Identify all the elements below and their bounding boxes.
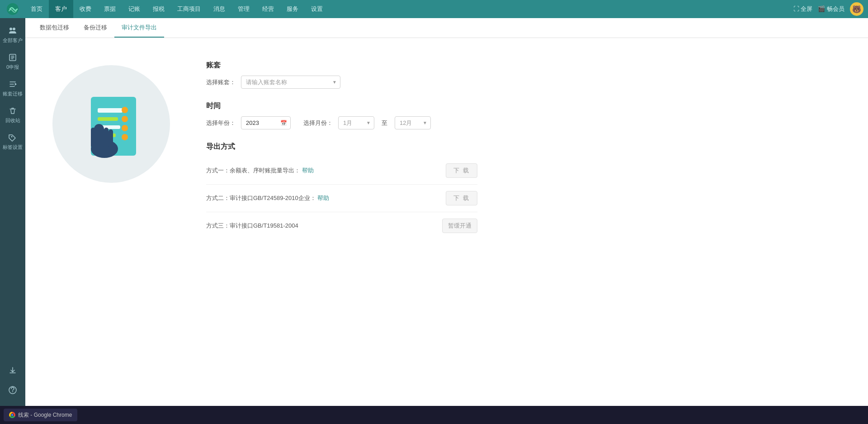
taskbar-chrome-label: 线索 - Google Chrome (18, 411, 72, 419)
avatar[interactable]: 🐻 (850, 2, 863, 16)
tab-backup-migrate[interactable]: 备份迁移 (76, 18, 114, 38)
nav-settings[interactable]: 设置 (305, 0, 329, 18)
nav-message[interactable]: 消息 (207, 0, 231, 18)
sidebar-download-icon[interactable] (5, 363, 20, 379)
sidebar-label-all-customers: 全部客户 (3, 37, 23, 44)
form-area: 账套 选择账套： 请输入账套名称 ▼ 时间 (206, 56, 477, 239)
top-nav-right: ⛶ 全屏 🎬 畅会员 🐻 (793, 2, 863, 16)
export-title: 导出方式 (206, 142, 477, 152)
svg-rect-14 (94, 124, 104, 151)
nav-service[interactable]: 服务 (280, 0, 305, 18)
export-method-1: 方式一：余额表、序时账批量导出： 帮助 下 载 (206, 157, 477, 185)
account-section: 账套 选择账套： 请输入账套名称 ▼ (206, 61, 477, 89)
method-2-description: 方式二：审计接口GB/T24589-2010企业： (206, 195, 316, 201)
tab-audit-export[interactable]: 审计文件导出 (114, 18, 164, 38)
taskbar: 线索 - Google Chrome (0, 406, 868, 424)
nav-tax[interactable]: 报税 (146, 0, 171, 18)
svg-rect-15 (91, 128, 95, 148)
illustration-area (52, 56, 170, 183)
chrome-icon (9, 412, 15, 418)
tab-data-migrate[interactable]: 数据包迁移 (33, 18, 76, 38)
end-month-select[interactable]: 1月2月3月4月 5月6月7月8月 9月10月11月12月 (395, 116, 431, 129)
time-section: 时间 选择年份： 📅 选择月份： 1月2月3月4月 5月6月7月8月 (206, 101, 477, 129)
sidebar-item-all-customers[interactable]: 全部客户 (0, 22, 25, 48)
account-select-label: 选择账套： (206, 78, 236, 86)
svg-point-2 (11, 136, 13, 138)
main-layout: 全部客户 0申报 账套迁移 回收站 (0, 18, 868, 406)
method-1-text: 方式一：余额表、序时账批量导出： 帮助 (206, 167, 314, 175)
taskbar-chrome[interactable]: 线索 - Google Chrome (4, 409, 77, 421)
start-month-select[interactable]: 1月2月3月4月 5月6月7月8月 9月10月11月12月 (338, 116, 374, 129)
sidebar-bottom (5, 363, 20, 406)
nav-customer[interactable]: 客户 (49, 0, 73, 18)
sidebar-help-icon[interactable] (5, 383, 20, 399)
sidebar-item-recycle[interactable]: 回收站 (0, 102, 25, 129)
method-3-coming-soon-button: 暂缓开通 (442, 219, 477, 233)
svg-point-10 (122, 116, 128, 122)
year-input[interactable] (241, 116, 291, 129)
logo (5, 1, 21, 17)
nav-operation[interactable]: 经营 (256, 0, 280, 18)
method-2-help[interactable]: 帮助 (317, 195, 329, 201)
nav-invoice[interactable]: 票据 (98, 0, 122, 18)
svg-point-11 (122, 125, 128, 131)
export-section: 导出方式 方式一：余额表、序时账批量导出： 帮助 下 载 方式二：审计接口GB/… (206, 142, 477, 239)
time-title: 时间 (206, 101, 477, 111)
nav-bookkeeping[interactable]: 记账 (122, 0, 146, 18)
content-area: 数据包迁移 备份迁移 审计文件导出 (25, 18, 868, 406)
end-month-wrapper: 1月2月3月4月 5月6月7月8月 9月10月11月12月 ▼ (395, 116, 431, 129)
sidebar-item-tag-settings[interactable]: 标签设置 (0, 129, 25, 155)
year-label: 选择年份： (206, 119, 236, 127)
method-1-help[interactable]: 帮助 (302, 167, 314, 174)
method-2-text: 方式二：审计接口GB/T24589-2010企业： 帮助 (206, 194, 329, 202)
method-1-description: 方式一：余额表、序时账批量导出： (206, 167, 300, 174)
sidebar-item-zero-report[interactable]: 0申报 (0, 48, 25, 75)
svg-rect-5 (98, 108, 123, 113)
sidebar-label-zero-report: 0申报 (6, 64, 19, 71)
fullscreen-button[interactable]: ⛶ 全屏 (793, 5, 813, 13)
method-1-download-button[interactable]: 下 载 (446, 163, 477, 178)
sidebar-item-account-migrate[interactable]: 账套迁移 (0, 75, 25, 102)
svg-point-12 (122, 134, 128, 140)
svg-rect-17 (108, 129, 113, 148)
month-label: 选择月份： (303, 119, 333, 127)
sidebar-label-recycle: 回收站 (5, 117, 20, 124)
time-row: 选择年份： 📅 选择月份： 1月2月3月4月 5月6月7月8月 9月10月11月… (206, 116, 477, 129)
year-input-wrapper: 📅 (241, 116, 291, 129)
account-row: 选择账套： 请输入账套名称 ▼ (206, 76, 477, 89)
method-2-download-button[interactable]: 下 载 (446, 191, 477, 205)
svg-rect-16 (104, 128, 108, 148)
page-content: 账套 选择账套： 请输入账套名称 ▼ 时间 (25, 38, 868, 406)
nav-business[interactable]: 工商项目 (171, 0, 207, 18)
svg-rect-6 (98, 117, 118, 121)
method-3-description: 方式三：审计接口GB/T19581-2004 (206, 222, 298, 229)
sidebar-label-account-migrate: 账套迁移 (3, 91, 23, 97)
illustration-circle (52, 65, 170, 183)
sidebar: 全部客户 0申报 账套迁移 回收站 (0, 18, 25, 406)
to-label: 至 (380, 119, 389, 127)
nav-fee[interactable]: 收费 (73, 0, 98, 18)
top-nav: 首页 客户 收费 票据 记账 报税 工商项目 消息 管理 经营 服务 设置 ⛶ … (0, 0, 868, 18)
account-select[interactable]: 请输入账套名称 (241, 76, 340, 89)
export-method-2: 方式二：审计接口GB/T24589-2010企业： 帮助 下 载 (206, 185, 477, 212)
nav-items: 首页 客户 收费 票据 记账 报税 工商项目 消息 管理 经营 服务 设置 (24, 0, 793, 18)
sidebar-label-tag-settings: 标签设置 (3, 144, 23, 151)
svg-point-9 (122, 107, 128, 113)
start-month-wrapper: 1月2月3月4月 5月6月7月8月 9月10月11月12月 ▼ (338, 116, 374, 129)
account-title: 账套 (206, 61, 477, 70)
member-button[interactable]: 🎬 畅会员 (818, 5, 844, 13)
export-method-3: 方式三：审计接口GB/T19581-2004 暂缓开通 (206, 212, 477, 239)
method-3-text: 方式三：审计接口GB/T19581-2004 (206, 222, 298, 230)
tab-bar: 数据包迁移 备份迁移 审计文件导出 (25, 18, 868, 38)
nav-home[interactable]: 首页 (24, 0, 49, 18)
nav-manage[interactable]: 管理 (231, 0, 256, 18)
account-select-wrapper: 请输入账套名称 ▼ (241, 76, 340, 89)
